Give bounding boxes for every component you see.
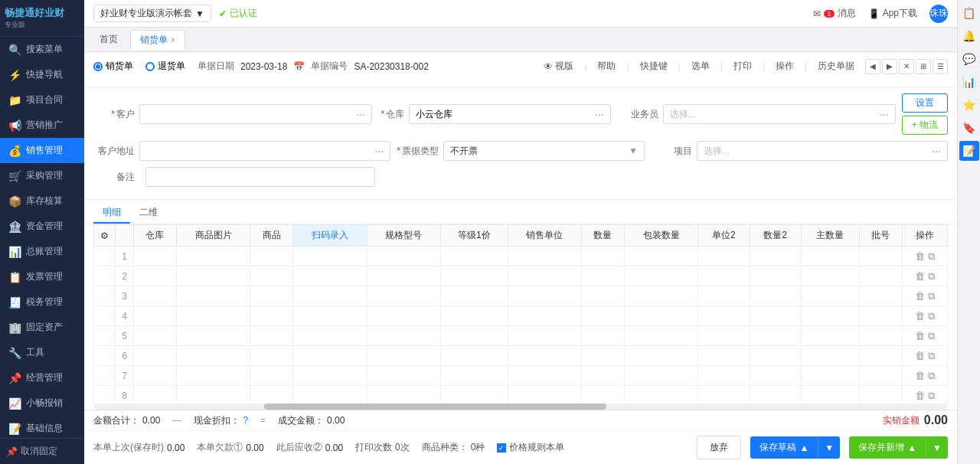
copy-icon[interactable]: ⧉ — [928, 350, 935, 362]
horizontal-scrollbar[interactable] — [93, 404, 948, 410]
radio-return[interactable]: 退货单 — [145, 60, 185, 73]
spec-cell[interactable] — [367, 366, 440, 386]
warehouse-cell[interactable] — [134, 386, 177, 404]
add-logistics-btn[interactable]: + 物流 — [902, 116, 948, 135]
product-image-cell[interactable] — [176, 386, 250, 404]
unit2-cell[interactable] — [698, 366, 750, 386]
delete-icon[interactable]: 🗑 — [915, 370, 925, 381]
sales-unit-cell[interactable] — [508, 386, 581, 404]
toolbar-history-btn[interactable]: 历史单据 — [812, 58, 861, 74]
tab-detail[interactable]: 明细 — [93, 203, 130, 224]
warehouse-cell[interactable] — [134, 247, 177, 266]
sidebar-item-base-info[interactable]: 📝基础信息 — [0, 416, 84, 438]
company-selector[interactable]: 好业财专业版演示帐套 ▼ — [93, 5, 211, 22]
help-icon[interactable]: ? — [243, 415, 248, 426]
warehouse-cell[interactable] — [134, 366, 177, 386]
price1-cell[interactable] — [441, 286, 508, 306]
tab-sales-order[interactable]: 销货单 × — [130, 30, 185, 50]
qty2-cell[interactable] — [750, 306, 801, 326]
price1-cell[interactable] — [441, 266, 508, 286]
main-qty-cell[interactable] — [801, 306, 859, 326]
rt-btn-4[interactable]: 📊 — [959, 72, 979, 92]
copy-icon[interactable]: ⧉ — [928, 330, 935, 342]
rt-btn-active[interactable]: 📝 — [959, 141, 979, 161]
main-qty-cell[interactable] — [801, 366, 859, 386]
sales-unit-cell[interactable] — [508, 247, 581, 266]
price1-cell[interactable] — [441, 247, 508, 266]
product-cell[interactable] — [250, 366, 293, 386]
settings-col-header[interactable]: ⚙ — [94, 225, 116, 247]
calendar-icon[interactable]: 📅 — [293, 61, 305, 72]
qty2-cell[interactable] — [750, 286, 801, 306]
copy-icon[interactable]: ⧉ — [928, 250, 935, 263]
main-qty-cell[interactable] — [801, 346, 859, 366]
qty-cell[interactable] — [582, 386, 625, 404]
product-image-cell[interactable] — [176, 326, 250, 346]
close-form-btn[interactable]: ✕ — [899, 59, 914, 74]
customer-input[interactable]: ··· — [139, 104, 372, 124]
price-rule-checkbox[interactable]: ✓ 价格规则本单 — [497, 441, 564, 454]
spec-cell[interactable] — [367, 266, 440, 286]
batch-cell[interactable] — [859, 386, 902, 404]
scan-cell[interactable] — [293, 346, 367, 366]
rt-btn-1[interactable]: 📋 — [959, 3, 979, 23]
pack-qty-cell[interactable] — [624, 286, 697, 306]
message-btn[interactable]: ✉ 1 消息 — [813, 7, 856, 20]
qty2-cell[interactable] — [750, 346, 801, 366]
product-image-cell[interactable] — [176, 247, 250, 266]
qty-cell[interactable] — [582, 266, 625, 286]
spec-cell[interactable] — [367, 247, 440, 266]
toolbar-operation-btn[interactable]: 操作 — [769, 58, 800, 74]
rt-btn-2[interactable]: 🔔 — [959, 26, 979, 46]
grid-view-btn[interactable]: ⊞ — [916, 59, 931, 74]
batch-cell[interactable] — [859, 366, 902, 386]
delete-icon[interactable]: 🗑 — [915, 390, 925, 401]
delete-icon[interactable]: 🗑 — [915, 350, 925, 361]
save-draft-btn[interactable]: 保存草稿 ▲ — [750, 436, 818, 459]
delete-icon[interactable]: 🗑 — [915, 330, 925, 341]
main-qty-cell[interactable] — [801, 326, 859, 346]
prev-record-btn[interactable]: ◀ — [865, 59, 880, 74]
sales-unit-cell[interactable] — [508, 346, 581, 366]
product-cell[interactable] — [250, 247, 293, 266]
salesperson-input[interactable]: 选择... ··· — [663, 104, 896, 124]
sales-unit-cell[interactable] — [508, 306, 581, 326]
sales-unit-cell[interactable] — [508, 286, 581, 306]
scan-cell[interactable] — [293, 386, 367, 404]
list-view-btn[interactable]: ☰ — [933, 59, 948, 74]
address-input[interactable]: ··· — [139, 141, 390, 161]
unit2-cell[interactable] — [698, 247, 750, 266]
batch-cell[interactable] — [859, 266, 902, 286]
warehouse-cell[interactable] — [134, 326, 177, 346]
batch-cell[interactable] — [859, 286, 902, 306]
rt-btn-3[interactable]: 💬 — [959, 49, 979, 69]
warehouse-input[interactable]: 小云仓库 ··· — [409, 104, 610, 124]
pack-qty-cell[interactable] — [624, 247, 697, 266]
pack-qty-cell[interactable] — [624, 366, 697, 386]
copy-icon[interactable]: ⧉ — [928, 370, 935, 382]
toolbar-print-btn[interactable]: 打印 — [727, 58, 758, 74]
sidebar-item-marketing[interactable]: 📢营销推广 — [0, 113, 84, 138]
spec-cell[interactable] — [367, 286, 440, 306]
save-draft-dropdown-btn[interactable]: ▼ — [818, 436, 840, 459]
invoice-select[interactable]: 不开票 ▼ — [443, 141, 645, 161]
copy-icon[interactable]: ⧉ — [928, 290, 935, 302]
scan-cell[interactable] — [293, 326, 367, 346]
tab-home[interactable]: 首页 — [90, 30, 127, 49]
sidebar-item-tax[interactable]: 🧾税务管理 — [0, 289, 84, 315]
spec-cell[interactable] — [367, 306, 440, 326]
toolbar-help-btn[interactable]: 帮助 — [591, 58, 622, 74]
sidebar-item-accounting[interactable]: 📊总账管理 — [0, 239, 84, 264]
product-image-cell[interactable] — [176, 286, 250, 306]
set-btn[interactable]: 设置 — [902, 93, 948, 113]
radio-sales[interactable]: 销货单 — [93, 60, 133, 73]
scan-cell[interactable] — [293, 366, 367, 386]
product-cell[interactable] — [250, 346, 293, 366]
spec-cell[interactable] — [367, 346, 440, 366]
warehouse-cell[interactable] — [134, 266, 177, 286]
pack-qty-cell[interactable] — [624, 346, 697, 366]
product-image-cell[interactable] — [176, 306, 250, 326]
product-cell[interactable] — [250, 286, 293, 306]
unit2-cell[interactable] — [698, 266, 750, 286]
app-download-btn[interactable]: 📱 App下载 — [868, 7, 917, 20]
